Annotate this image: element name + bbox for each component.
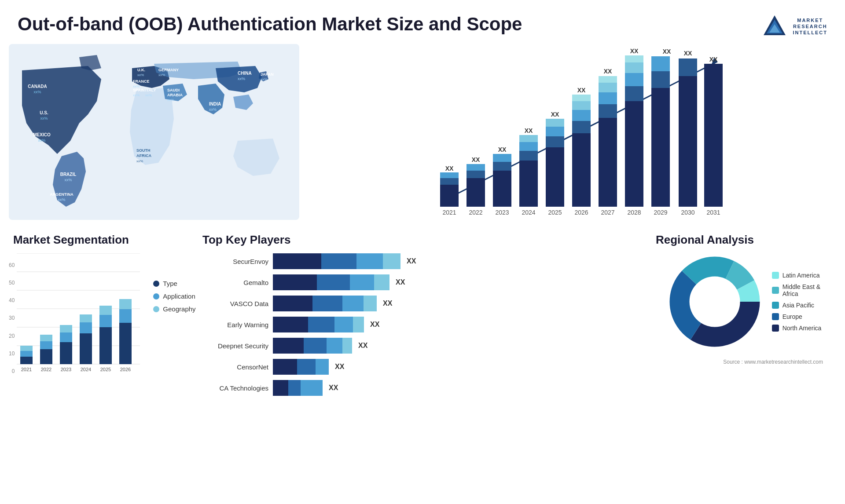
donut-area: Latin America Middle East &Africa Asia P…: [651, 253, 836, 350]
svg-text:xx%: xx%: [137, 73, 144, 77]
svg-text:xx%: xx%: [33, 90, 41, 94]
svg-text:2029: 2029: [654, 209, 667, 216]
svg-text:SOUTH: SOUTH: [136, 148, 151, 153]
svg-text:2030: 2030: [681, 209, 694, 216]
legend-label-mea: Middle East &Africa: [783, 283, 820, 297]
svg-rect-73: [599, 104, 617, 118]
svg-text:xx%: xx%: [145, 93, 152, 97]
svg-text:XX: XX: [525, 127, 533, 134]
top-row: CANADA xx% U.S. xx% MEXICO xx% BRAZIL xx…: [0, 44, 845, 229]
svg-text:U.K.: U.K.: [137, 68, 145, 72]
player-row-ca: CA Technologies XX: [198, 380, 638, 396]
legend-application-label: Application: [163, 292, 195, 300]
svg-rect-115: [60, 325, 72, 332]
svg-rect-122: [99, 315, 112, 327]
world-map: CANADA xx% U.S. xx% MEXICO xx% BRAZIL xx…: [9, 44, 299, 220]
svg-rect-49: [493, 162, 511, 171]
svg-rect-118: [80, 322, 92, 333]
svg-text:2031: 2031: [706, 209, 720, 216]
player-val-deepnet: XX: [358, 342, 367, 350]
player-bar-earlywarning: XX: [273, 317, 638, 332]
svg-text:2023: 2023: [495, 209, 509, 216]
svg-text:XX: XX: [663, 48, 671, 55]
svg-text:U.S.: U.S.: [40, 110, 48, 115]
svg-text:XX: XX: [551, 111, 559, 118]
bottom-row: Market Segmentation 60 50 40 30 20 10 0: [0, 229, 845, 457]
svg-text:xx%: xx%: [167, 98, 174, 102]
svg-text:2026: 2026: [574, 209, 588, 216]
svg-text:AFRICA: AFRICA: [136, 153, 151, 158]
svg-text:GERMANY: GERMANY: [158, 68, 179, 72]
svg-text:ARABIA: ARABIA: [167, 93, 183, 97]
svg-rect-61: [546, 127, 564, 136]
seg-y-axis: 60 50 40 30 20 10 0: [9, 262, 17, 385]
players-section: Top Key Players SecurEnvoy XX Gemalto: [194, 233, 643, 453]
svg-text:2022: 2022: [469, 209, 482, 216]
svg-rect-121: [99, 327, 112, 364]
svg-text:2025: 2025: [548, 209, 562, 216]
svg-text:xx%: xx%: [136, 159, 143, 163]
svg-rect-38: [440, 185, 459, 207]
legend-color-na: [772, 325, 779, 332]
svg-text:2024: 2024: [81, 367, 91, 372]
svg-text:2024: 2024: [522, 209, 535, 216]
svg-rect-80: [625, 86, 643, 101]
svg-text:2026: 2026: [120, 367, 131, 372]
svg-rect-48: [493, 171, 511, 207]
svg-rect-107: [20, 346, 33, 351]
svg-rect-123: [99, 306, 112, 315]
regional-title: Regional Analysis: [651, 233, 836, 247]
player-row-deepnet: Deepnet Security XX: [198, 338, 638, 354]
svg-rect-95: [704, 64, 723, 207]
svg-rect-87: [651, 71, 670, 88]
svg-rect-72: [599, 118, 617, 207]
svg-rect-69: [572, 95, 591, 101]
svg-rect-66: [572, 121, 591, 133]
svg-text:MEXICO: MEXICO: [33, 132, 51, 137]
player-name-securenvoy: SecurEnvoy: [198, 258, 268, 265]
player-row-vasco: VASCO Data XX: [198, 296, 638, 311]
svg-text:xx%: xx%: [209, 107, 217, 112]
player-name-deepnet: Deepnet Security: [198, 342, 268, 350]
legend-geography: Geography: [153, 305, 195, 313]
logo: MARKET RESEARCH INTELLECT: [761, 13, 828, 40]
player-val-earlywarning: XX: [370, 321, 379, 329]
logo-icon: [761, 13, 788, 40]
player-name-gemalto: Gemalto: [198, 279, 268, 286]
player-val-censornet: XX: [335, 363, 344, 371]
svg-text:2028: 2028: [627, 209, 641, 216]
svg-text:xx%: xx%: [133, 93, 140, 97]
logo-text: MARKET RESEARCH INTELLECT: [793, 17, 828, 36]
svg-rect-91: [679, 76, 697, 207]
segmentation-section: Market Segmentation 60 50 40 30 20 10 0: [9, 233, 185, 453]
svg-rect-113: [60, 342, 72, 364]
svg-text:XX: XX: [604, 68, 612, 75]
player-row-securenvoy: SecurEnvoy XX: [198, 253, 638, 269]
svg-text:JAPAN: JAPAN: [261, 72, 274, 77]
legend-color-europe: [772, 313, 779, 320]
legend-north-america: North America: [772, 325, 822, 332]
legend-color-latin: [772, 272, 779, 279]
players-title: Top Key Players: [198, 233, 638, 247]
svg-rect-62: [546, 119, 564, 127]
svg-rect-56: [519, 135, 538, 142]
svg-rect-40: [440, 172, 459, 178]
svg-text:xx%: xx%: [58, 197, 65, 202]
svg-rect-44: [467, 171, 485, 178]
svg-text:SAUDI: SAUDI: [167, 88, 180, 92]
player-name-censornet: CensorNet: [198, 363, 268, 371]
svg-rect-81: [625, 73, 643, 86]
legend-application-dot: [153, 293, 159, 299]
svg-point-134: [691, 278, 739, 326]
player-val-vasco: XX: [383, 299, 392, 307]
segmentation-legend: Type Application Geography: [153, 280, 195, 313]
legend-label-apac: Asia Pacific: [783, 302, 814, 309]
svg-text:xx%: xx%: [40, 116, 48, 121]
svg-text:2025: 2025: [100, 367, 111, 372]
svg-rect-53: [519, 161, 538, 207]
svg-text:xx%: xx%: [261, 77, 267, 81]
player-bar-censornet: XX: [273, 359, 638, 375]
svg-rect-50: [493, 154, 511, 162]
svg-rect-111: [40, 335, 52, 341]
growth-bar-chart-section: XX 2021 XX 2022 XX 2023 XX 2024: [308, 44, 836, 229]
